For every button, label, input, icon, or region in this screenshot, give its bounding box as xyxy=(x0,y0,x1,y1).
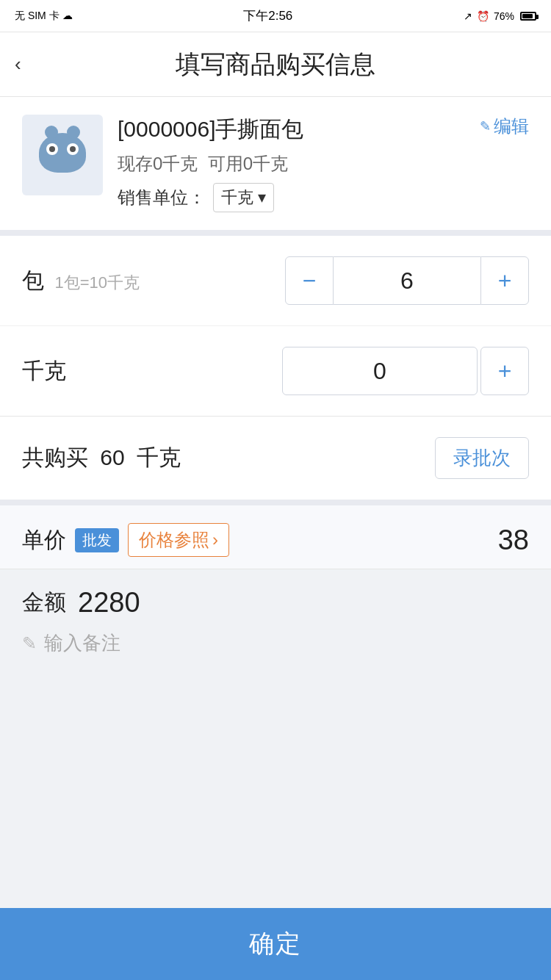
amount-section: 金额 2280 ✎ 输入备注 xyxy=(0,569,551,663)
product-image xyxy=(39,133,86,173)
chevron-right-icon: › xyxy=(212,530,218,550)
qty-controls-bao: − + xyxy=(285,256,529,305)
sim-status: 无 SIM 卡 ☁ xyxy=(15,10,73,23)
unit-selector[interactable]: 千克 ▾ xyxy=(213,183,274,212)
remark-row[interactable]: ✎ 输入备注 xyxy=(22,630,529,656)
alarm-icon: ⏰ xyxy=(477,10,489,22)
pencil-icon: ✎ xyxy=(22,633,37,654)
battery-percent: 76% xyxy=(494,10,514,22)
page-title: 填写商品购买信息 xyxy=(176,48,375,82)
status-bar: 无 SIM 卡 ☁ 下午2:56 ↗ ⏰ 76% xyxy=(0,0,551,32)
qty-plus-bao[interactable]: + xyxy=(480,256,529,305)
edit-button[interactable]: ✎ 编辑 xyxy=(480,115,529,138)
confirm-button[interactable]: 确定 xyxy=(0,908,551,980)
price-value: 38 xyxy=(498,525,529,556)
qty-controls-kg: + xyxy=(282,347,529,395)
qty-input-kg[interactable] xyxy=(282,347,478,395)
amount-row: 金额 2280 xyxy=(22,587,529,619)
back-button[interactable]: ‹ xyxy=(15,53,21,76)
remark-placeholder: 输入备注 xyxy=(44,630,120,656)
qty-label-bao: 包 1包=10千克 xyxy=(22,266,140,296)
product-unit-row: 销售单位： 千克 ▾ xyxy=(118,183,529,212)
total-row: 共购买 60 千克 录批次 xyxy=(0,417,551,505)
product-thumbnail xyxy=(22,115,103,195)
price-label-group: 单价 批发 价格参照 › xyxy=(22,523,229,557)
price-ref-button[interactable]: 价格参照 › xyxy=(128,523,229,557)
qty-minus-bao[interactable]: − xyxy=(285,256,334,305)
status-right: ↗ ⏰ 76% xyxy=(464,10,536,22)
content-spacer xyxy=(0,663,551,869)
amount-value: 2280 xyxy=(78,587,140,619)
product-info: [0000006]手撕面包 ✎ 编辑 现存0千克 可用0千克 销售单位： 千克 … xyxy=(118,115,529,212)
product-card: [0000006]手撕面包 ✎ 编辑 现存0千克 可用0千克 销售单位： 千克 … xyxy=(0,97,551,236)
price-badge: 批发 xyxy=(75,528,119,552)
battery-icon xyxy=(520,12,536,21)
qty-label-kg: 千克 xyxy=(22,356,66,386)
product-name: [0000006]手撕面包 xyxy=(118,115,303,145)
price-row: 单价 批发 价格参照 › 38 xyxy=(22,523,529,557)
edit-label: 编辑 xyxy=(494,115,529,138)
location-icon: ↗ xyxy=(464,10,472,22)
price-section: 单价 批发 价格参照 › 38 xyxy=(0,505,551,569)
qty-row-kg: 千克 + xyxy=(0,326,551,416)
total-text: 共购买 60 千克 xyxy=(22,443,181,473)
qty-input-bao[interactable] xyxy=(334,256,480,305)
dropdown-icon: ▾ xyxy=(258,188,266,207)
qty-plus-kg[interactable]: + xyxy=(480,347,529,395)
batch-button[interactable]: 录批次 xyxy=(435,437,529,479)
edit-icon: ✎ xyxy=(480,118,491,134)
qty-row-bao: 包 1包=10千克 − + xyxy=(0,236,551,326)
status-left: 无 SIM 卡 ☁ xyxy=(15,10,73,23)
quantity-section: 包 1包=10千克 − + 千克 + xyxy=(0,236,551,417)
status-time: 下午2:56 xyxy=(243,7,292,24)
main-content: [0000006]手撕面包 ✎ 编辑 现存0千克 可用0千克 销售单位： 千克 … xyxy=(0,97,551,941)
product-stock: 现存0千克 可用0千克 xyxy=(118,152,529,176)
nav-bar: ‹ 填写商品购买信息 xyxy=(0,32,551,97)
